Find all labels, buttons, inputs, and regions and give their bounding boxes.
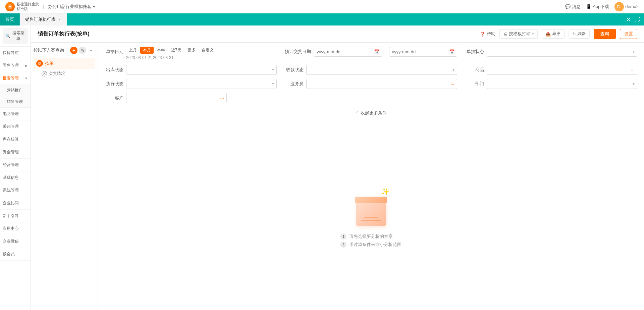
scheme-sub-item-owe-goods[interactable]: 欠 欠货情况	[34, 69, 95, 79]
logo-icon	[5, 2, 15, 11]
scheme-panel-header: 按以下方案查询 + ✎ «	[34, 45, 95, 55]
sidebar-item-finance-mgmt[interactable]: 资金管理	[0, 146, 31, 159]
payment-status-select[interactable]	[306, 65, 457, 75]
avatar-text: Ea	[617, 5, 622, 9]
collapse-filter-button[interactable]: ⌃ 收起更多条件	[352, 109, 391, 117]
chevron-right-icon: ▶	[25, 64, 28, 67]
header-left: 畅捷通好生意 标准版 | 办公用品行业模拟账套 ▾	[5, 2, 95, 11]
collapse-panel-button[interactable]: «	[88, 47, 95, 54]
sidebar-item-purchase-mgmt[interactable]: 采购管理	[0, 120, 31, 133]
page-title: 销售订单执行表(按单)	[38, 31, 90, 38]
sidebar-item-enterprise-wechat[interactable]: 企业微信	[0, 235, 31, 248]
sidebar-item-label: 营销推广	[7, 88, 23, 93]
page-header-actions: ❓ 帮助 🖨 按模板打印 ▾ 📤 导出 ↻ 刷新 查询 设置	[480, 29, 637, 39]
export-button[interactable]: 📤 导出	[542, 29, 565, 39]
goods-more-icon[interactable]: ···	[631, 67, 635, 72]
edit-icon: ✎	[80, 48, 85, 53]
close-all-icon[interactable]: ✕	[626, 16, 631, 23]
print-icon: 🖨	[503, 32, 507, 37]
user-profile[interactable]: Ea demo2	[614, 2, 639, 11]
main-layout: 🔍 搜索菜单 快捷导航 零售管理 ▶ 批发管理 ▼ 营销推广 销售管理 电商管理…	[0, 25, 644, 310]
date-from-wrapper: 📅	[314, 47, 382, 57]
scheme-panel: 按以下方案查询 + ✎ « 按	[31, 43, 98, 310]
edit-scheme-button[interactable]: ✎	[79, 47, 86, 54]
sidebar-item-new-guide[interactable]: 新手引导	[0, 210, 31, 222]
add-scheme-button[interactable]: +	[70, 47, 77, 54]
sidebar-item-basic-info[interactable]: 基础信息	[0, 171, 31, 184]
customer-input[interactable]	[126, 93, 227, 103]
exec-status-select[interactable]	[126, 79, 277, 89]
search-menu-label: 搜索菜单	[12, 30, 25, 42]
sidebar-item-ops-mgmt[interactable]: 经营管理	[0, 159, 31, 171]
date-btn-this-year[interactable]: 本年	[154, 47, 168, 54]
dept-control: ▾	[487, 79, 637, 89]
box-line2	[361, 220, 381, 221]
export-label: 导出	[552, 31, 561, 37]
customer-control: ···	[126, 93, 227, 103]
app-download-label: App下载	[593, 4, 609, 10]
delivery-status-control: ▾	[126, 65, 277, 75]
export-icon: 📤	[545, 32, 551, 37]
hint-text-2: 用过滤条件来缩小分析范围	[349, 242, 401, 248]
app-download-button[interactable]: 📱 App下载	[586, 4, 609, 10]
order-status-select[interactable]	[487, 47, 637, 57]
date-btn-last-month[interactable]: 上月	[126, 47, 140, 54]
chevron-down-icon: ▾	[532, 32, 534, 36]
refresh-button[interactable]: ↻ 刷新	[569, 29, 590, 39]
box-body	[356, 201, 386, 226]
help-button[interactable]: ❓ 帮助	[480, 31, 495, 37]
customer-more-icon[interactable]: ···	[220, 95, 224, 101]
sidebar-item-member[interactable]: 畅会员	[0, 248, 31, 261]
sidebar-item-batch-mgmt[interactable]: 批发管理 ▼	[0, 72, 31, 85]
logo-text: 畅捷通好生意 标准版	[17, 2, 39, 11]
payment-status-label: 收款状态	[285, 67, 304, 73]
tab-sales-order-list[interactable]: 销售订单执行表 ×	[20, 13, 67, 25]
date-filter-area: 上月 本月 本年 近7天 更多 自定义 2023-03-01 至 2023-03…	[126, 47, 216, 61]
delivery-date-range: 📅 — 📅	[314, 47, 457, 57]
filter-goods-field: 商品 ···	[465, 65, 637, 75]
breadcrumb-dropdown[interactable]: 办公用品行业模拟账套 ▾	[48, 4, 95, 10]
hint-num-2: 2	[340, 242, 346, 248]
sidebar-item-sales-mgmt[interactable]: 销售管理	[0, 96, 31, 108]
message-button[interactable]: 💬 消息	[565, 4, 581, 10]
salesperson-input[interactable]	[306, 79, 457, 89]
sidebar-item-label: 快捷导航	[3, 50, 19, 56]
dept-select[interactable]	[487, 79, 637, 89]
delivery-status-select[interactable]	[126, 65, 277, 75]
search-menu-button[interactable]: 🔍 搜索菜单	[3, 28, 28, 44]
breadcrumb-separator: |	[43, 4, 44, 9]
date-from-input[interactable]	[314, 47, 382, 57]
sidebar-item-app-center[interactable]: 应用中心	[0, 222, 31, 235]
sidebar-item-label: 系统管理	[3, 188, 19, 193]
date-btn-this-month[interactable]: 本月	[140, 47, 154, 54]
date-btn-custom[interactable]: 自定义	[199, 47, 216, 54]
sales-order-tab-label: 销售订单执行表	[25, 16, 56, 22]
sidebar-item-label: 资金管理	[3, 149, 19, 155]
print-button[interactable]: 🖨 按模板打印 ▾	[499, 29, 538, 39]
salesperson-control: ···	[306, 79, 457, 89]
date-btn-more[interactable]: 更多	[185, 47, 198, 54]
sidebar-item-inventory-check[interactable]: 库存核算	[0, 133, 31, 146]
date-to-input[interactable]	[389, 47, 457, 57]
sidebar-item-enterprise-collab[interactable]: 企业协同	[0, 197, 31, 210]
date-btn-last-7-days[interactable]: 近7天	[168, 47, 184, 54]
salesperson-more-icon[interactable]: ···	[450, 81, 454, 87]
tab-home[interactable]: 首页	[0, 13, 20, 25]
breadcrumb-text: 办公用品行业模拟账套	[48, 4, 92, 10]
query-button[interactable]: 查询	[594, 29, 616, 39]
sub-scheme-icon: 欠	[42, 71, 47, 76]
sidebar-item-label: 应用中心	[3, 226, 19, 231]
scheme-item-press[interactable]: 按 按单	[34, 58, 95, 69]
box-lid	[355, 197, 387, 203]
tab-close-icon[interactable]: ×	[58, 16, 61, 22]
sidebar-item-ecommerce-mgmt[interactable]: 电商管理	[0, 108, 31, 120]
settings-button[interactable]: 设置	[620, 29, 637, 39]
sidebar-item-quick-nav[interactable]: 快捷导航	[0, 47, 31, 59]
sidebar-item-retail-mgmt[interactable]: 零售管理 ▶	[0, 59, 31, 72]
sidebar-item-sys-mgmt[interactable]: 系统管理	[0, 184, 31, 197]
goods-input[interactable]	[487, 65, 637, 75]
sidebar-item-marketing[interactable]: 营销推广	[0, 85, 31, 96]
filter-order-status-field: 单据状态 ▾	[465, 47, 637, 57]
expand-icon[interactable]: ⛶	[635, 16, 640, 22]
goods-control: ···	[487, 65, 637, 75]
